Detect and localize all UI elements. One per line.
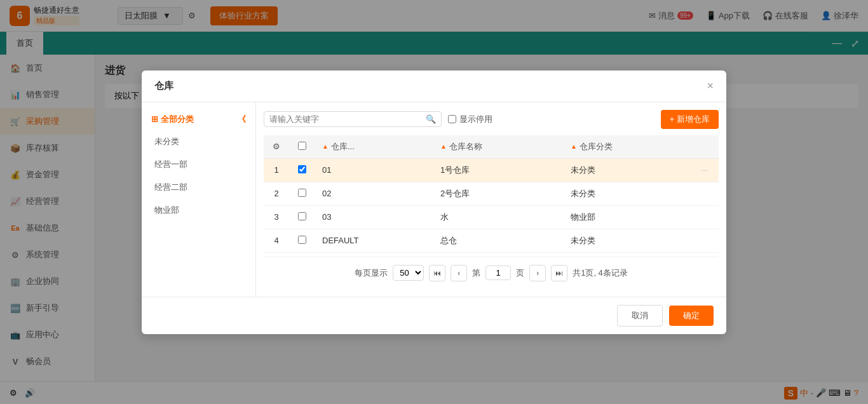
sort-icon: ▲ xyxy=(322,143,329,150)
cat-label-unclassified: 未分类 xyxy=(154,137,179,146)
cat-item-dept2[interactable]: 经营二部 xyxy=(142,176,255,199)
dialog-title: 仓库 xyxy=(154,80,173,92)
pagination: 每页显示 50 ⏮ ‹ 第 页 › ⏭ 共1页, 4条记录 xyxy=(264,257,719,289)
row-checkbox-cell xyxy=(289,158,315,182)
cat-item-dept1[interactable]: 经营一部 xyxy=(142,153,255,176)
table-row[interactable]: 2 02 2号仓库 未分类 xyxy=(264,182,719,205)
row-name: 水 xyxy=(433,205,563,229)
col-warehouse-code-header[interactable]: ▲ 仓库... xyxy=(315,135,433,159)
collapse-icon[interactable]: 《 xyxy=(238,114,246,125)
row-more xyxy=(693,229,719,252)
table-row[interactable]: 4 DEFAULT 总仓 未分类 xyxy=(264,229,719,252)
total-info: 共1页, 4条记录 xyxy=(573,267,628,279)
row-num: 1 xyxy=(264,158,289,182)
cat-item-property[interactable]: 物业部 xyxy=(142,199,255,222)
table-row[interactable]: 1 01 1号仓库 未分类 ··· xyxy=(264,158,719,182)
search-input[interactable] xyxy=(269,114,426,124)
show-disabled-wrap: 显示停用 xyxy=(448,114,492,125)
per-page-label: 每页显示 xyxy=(355,267,388,279)
page-label-after: 页 xyxy=(516,267,524,279)
row-category: 未分类 xyxy=(563,229,693,252)
col-warehouse-name-header[interactable]: ▲ 仓库名称 xyxy=(433,135,563,159)
cat-item-unclassified[interactable]: 未分类 xyxy=(142,130,255,153)
warehouse-table: ⚙ ▲ 仓库... xyxy=(264,135,719,253)
row-name: 2号仓库 xyxy=(433,182,563,205)
row-checkbox-cell xyxy=(289,229,315,252)
row-checkbox[interactable] xyxy=(298,236,306,244)
cat-label-dept1: 经营一部 xyxy=(154,159,187,169)
cat-label-dept2: 经营二部 xyxy=(154,182,187,192)
row-category: 未分类 xyxy=(563,182,693,205)
row-more xyxy=(693,182,719,205)
all-category-header[interactable]: ⊞ 全部分类 《 xyxy=(142,109,255,130)
dialog-header: 仓库 × xyxy=(142,71,726,102)
per-page-select[interactable]: 50 xyxy=(393,265,424,281)
last-page-button[interactable]: ⏭ xyxy=(551,265,567,281)
modal-overlay: 仓库 × ⊞ 全部分类 《 未分类 经营一部 xyxy=(0,0,868,404)
row-checkbox-cell xyxy=(289,182,315,205)
col-actions-header xyxy=(693,135,719,159)
row-code: 03 xyxy=(315,205,433,229)
row-checkbox-cell xyxy=(289,205,315,229)
dialog-right: 🔍 显示停用 + 新增仓库 ⚙ xyxy=(256,102,726,297)
row-more: ··· xyxy=(693,158,719,182)
row-category: 未分类 xyxy=(563,158,693,182)
warehouse-dialog: 仓库 × ⊞ 全部分类 《 未分类 经营一部 xyxy=(142,71,726,334)
search-icon[interactable]: 🔍 xyxy=(426,114,436,124)
dialog-toolbar: 🔍 显示停用 + 新增仓库 xyxy=(264,110,719,129)
dialog-body: ⊞ 全部分类 《 未分类 经营一部 经营二部 物业部 xyxy=(142,102,726,297)
cancel-button[interactable]: 取消 xyxy=(617,305,663,327)
col-warehouse-category-header[interactable]: ▲ 仓库分类 xyxy=(563,135,693,159)
row-code: 02 xyxy=(315,182,433,205)
row-name: 总仓 xyxy=(433,229,563,252)
row-code: 01 xyxy=(315,158,433,182)
table-row[interactable]: 3 03 水 物业部 xyxy=(264,205,719,229)
show-disabled-label: 显示停用 xyxy=(459,114,492,125)
row-code: DEFAULT xyxy=(315,229,433,252)
sort-icon2: ▲ xyxy=(440,143,447,150)
first-page-button[interactable]: ⏮ xyxy=(429,265,445,281)
row-num: 3 xyxy=(264,205,289,229)
row-checkbox[interactable] xyxy=(298,165,306,173)
confirm-button[interactable]: 确定 xyxy=(669,306,714,326)
col-settings[interactable]: ⚙ xyxy=(264,135,289,159)
row-num: 4 xyxy=(264,229,289,252)
table-container: ⚙ ▲ 仓库... xyxy=(264,135,719,253)
row-more xyxy=(693,205,719,229)
select-all-checkbox[interactable] xyxy=(298,142,306,150)
cat-label-property: 物业部 xyxy=(154,205,179,215)
table-header: ⚙ ▲ 仓库... xyxy=(264,135,719,159)
row-checkbox[interactable] xyxy=(298,212,306,220)
sort-icon3: ▲ xyxy=(571,143,577,150)
table-body: 1 01 1号仓库 未分类 ··· 2 02 2号仓库 未分类 3 xyxy=(264,158,719,252)
page-label-before: 第 xyxy=(472,267,480,279)
show-disabled-checkbox[interactable] xyxy=(448,115,456,123)
col-checkbox-header xyxy=(289,135,315,159)
prev-page-button[interactable]: ‹ xyxy=(451,265,467,281)
next-page-button[interactable]: › xyxy=(529,265,546,281)
dialog-categories: ⊞ 全部分类 《 未分类 经营一部 经营二部 物业部 xyxy=(142,102,256,297)
dialog-footer: 取消 确定 xyxy=(142,297,726,334)
row-category: 物业部 xyxy=(563,205,693,229)
grid-icon: ⊞ xyxy=(151,114,158,124)
row-more-btn[interactable]: ··· xyxy=(701,165,708,175)
row-num: 2 xyxy=(264,182,289,205)
settings-col-icon: ⚙ xyxy=(273,142,280,151)
add-warehouse-button[interactable]: + 新增仓库 xyxy=(661,110,719,129)
row-name: 1号仓库 xyxy=(433,158,563,182)
page-number-input[interactable] xyxy=(485,266,511,280)
all-category-label: 全部分类 xyxy=(161,114,194,125)
search-input-wrap: 🔍 xyxy=(264,111,442,127)
dialog-close-button[interactable]: × xyxy=(707,79,714,93)
row-checkbox[interactable] xyxy=(298,189,306,197)
